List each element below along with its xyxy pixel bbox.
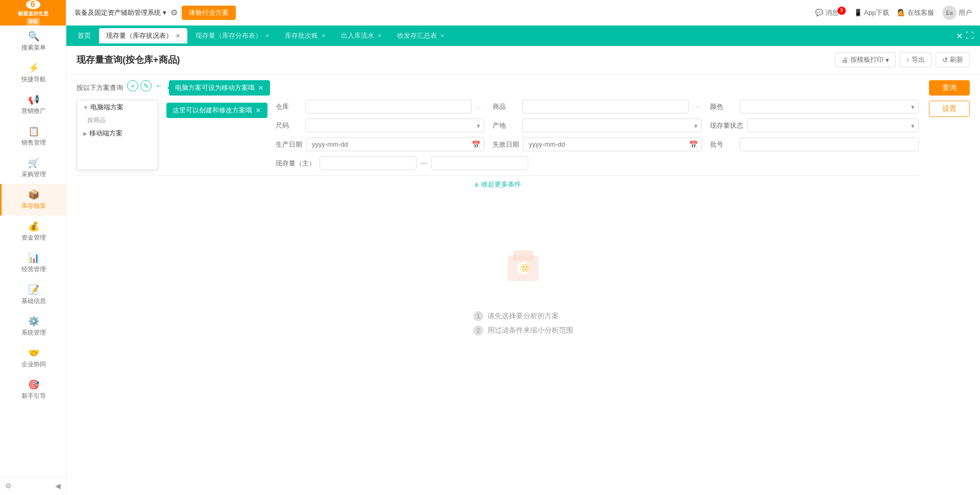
edit-schema-button[interactable]: ✎ xyxy=(140,80,152,91)
empty-step-2: 用过滤条件来缩小分析范围 xyxy=(473,325,573,336)
tab-close-inventory-status[interactable]: ✕ xyxy=(176,33,180,39)
sidebar-logo: 6 畅通道好生意 标版 xyxy=(0,0,66,26)
reset-button[interactable]: 设置 xyxy=(929,101,970,117)
tab-receive-summary[interactable]: 收发存汇总表 ✕ xyxy=(390,28,452,43)
expiry-date-calendar-icon[interactable]: 📅 xyxy=(689,140,698,149)
tab-close-all-icon[interactable]: ✕ xyxy=(956,31,963,41)
goods-input[interactable] xyxy=(522,100,689,113)
sidebar-item-basic[interactable]: 📝 基础信息 xyxy=(0,279,66,311)
color-label: 颜色 xyxy=(710,102,736,111)
tooltip-create-scheme: 这里可以创建和修改方案哦 ✕ xyxy=(166,103,267,118)
sidebar-item-finance[interactable]: 💰 资金管理 xyxy=(0,216,66,247)
caret-down-icon: ▼ xyxy=(83,105,88,110)
scheme-sub-label: 按商品 xyxy=(77,114,158,126)
search-panel: 查询 设置 xyxy=(929,80,970,117)
tab-close-inventory-dist[interactable]: ✕ xyxy=(265,33,270,39)
message-item[interactable]: 💬 消息 9 xyxy=(815,8,846,17)
sidebar-item-search[interactable]: 🔍 搜索菜单 xyxy=(0,26,66,57)
expiry-date-input[interactable] xyxy=(523,137,701,151)
header-settings-icon[interactable]: ⚙ xyxy=(170,8,178,17)
color-field: 颜色 xyxy=(710,100,919,113)
sidebar-item-operations[interactable]: 📊 经营管理 xyxy=(0,247,66,279)
color-select[interactable] xyxy=(740,100,919,113)
scheme-mobile-item[interactable]: ▶ 移动端方案 xyxy=(77,126,158,140)
expiry-date-label: 失效日期 xyxy=(493,140,519,149)
sidebar-item-quick-nav[interactable]: ⚡ 快捷导航 xyxy=(0,57,66,89)
top-header: 装备及固定资产辅助管理系统 ▾ ⚙ 体验行业方案 💬 消息 9 📱 App下载 … xyxy=(66,0,980,26)
stock-main-max[interactable] xyxy=(431,156,528,170)
tab-close-in-out-flow[interactable]: ✕ xyxy=(377,33,382,39)
sidebar-item-marketing[interactable]: 📢 营销推广 xyxy=(0,89,66,121)
tab-close-batch-ledger[interactable]: ✕ xyxy=(321,33,326,39)
collapse-sidebar-icon[interactable]: ◀ xyxy=(55,482,61,490)
guide-icon: 🎯 xyxy=(28,379,39,390)
empty-illustration: 😕 xyxy=(498,240,549,301)
sidebar-footer: ⚙ ◀ xyxy=(0,476,66,495)
production-date-input[interactable] xyxy=(306,137,484,151)
batch-no-field: 批号 xyxy=(710,137,919,151)
quick-nav-icon: ⚡ xyxy=(28,62,39,74)
sidebar-item-guide[interactable]: 🎯 新手引导 xyxy=(0,374,66,406)
warehouse-input[interactable] xyxy=(305,100,472,113)
sidebar-item-inventory[interactable]: 📦 库存核算 xyxy=(0,184,66,216)
tab-close-receive-summary[interactable]: ✕ xyxy=(440,33,445,39)
origin-select[interactable] xyxy=(522,119,701,132)
online-service-item[interactable]: 💁 在线客服 xyxy=(897,8,934,17)
tab-home[interactable]: 首页 xyxy=(70,28,98,43)
stock-status-select[interactable] xyxy=(747,119,919,132)
sidebar-nav: 🔍 搜索菜单 ⚡ 快捷导航 📢 营销推广 📋 销售管理 🛒 采购管理 📦 库存核… xyxy=(0,26,66,476)
user-item[interactable]: Ea 用户 xyxy=(942,6,972,20)
tab-inventory-dist[interactable]: 现存量（库存分布表） ✕ xyxy=(188,28,277,43)
goods-field: 商品 ··· xyxy=(493,100,701,113)
tooltip1-close[interactable]: ✕ xyxy=(258,84,264,92)
search-icon: 🔍 xyxy=(28,31,39,42)
logo-tag: 标版 xyxy=(27,18,40,26)
goods-dots[interactable]: ··· xyxy=(693,103,702,111)
page-actions: 🖨 按模板打印 ▾ ↑ 导出 ↺ 刷新 xyxy=(835,52,970,67)
tab-inventory-status[interactable]: 现存量（库存状况表） ✕ xyxy=(99,28,187,43)
sidebar-item-enterprise[interactable]: 🤝 企业协同 xyxy=(0,342,66,374)
collapse-up-icon: ∧ xyxy=(474,181,479,188)
size-label: 尺码 xyxy=(276,121,301,130)
size-select[interactable] xyxy=(305,119,484,132)
tab-bar: 首页 现存量（库存状况表） ✕ 现存量（库存分布表） ✕ 库存批次账 ✕ 出入库… xyxy=(66,26,980,46)
tab-in-out-flow[interactable]: 出入库流水 ✕ xyxy=(334,28,389,43)
caret-right-icon: ▶ xyxy=(83,131,87,136)
refresh-icon: ↺ xyxy=(942,56,948,64)
schema-btn-group: + ✎ ← xyxy=(127,80,165,91)
settings-footer-icon[interactable]: ⚙ xyxy=(5,482,12,490)
tab-batch-ledger[interactable]: 库存批次账 ✕ xyxy=(278,28,333,43)
batch-no-input[interactable] xyxy=(740,137,919,151)
export-button[interactable]: ↑ 导出 xyxy=(900,52,932,67)
experience-button[interactable]: 体验行业方案 xyxy=(182,6,236,20)
stock-main-min[interactable] xyxy=(320,156,416,170)
header-left: 装备及固定资产辅助管理系统 ▾ ⚙ 体验行业方案 xyxy=(75,6,236,20)
sales-icon: 📋 xyxy=(28,126,39,137)
production-date-calendar-icon[interactable]: 📅 xyxy=(472,140,480,149)
origin-label: 产地 xyxy=(493,121,518,130)
refresh-button[interactable]: ↺ 刷新 xyxy=(936,52,970,67)
arrow-schema-button[interactable]: ← xyxy=(154,80,165,91)
goods-label: 商品 xyxy=(493,102,518,111)
message-badge: 9 xyxy=(838,7,846,15)
sidebar-item-sales[interactable]: 📋 销售管理 xyxy=(0,121,66,152)
filter-row-1: 仓库 ··· 商品 ··· 颜色 xyxy=(276,100,919,113)
system-select[interactable]: 装备及固定资产辅助管理系统 ▾ xyxy=(75,8,166,17)
search-button[interactable]: 查询 xyxy=(929,80,970,96)
sidebar-item-purchase[interactable]: 🛒 采购管理 xyxy=(0,152,66,184)
tooltip2-close[interactable]: ✕ xyxy=(255,106,261,114)
warehouse-dots[interactable]: ··· xyxy=(476,103,485,111)
stock-status-label: 现存量状态 xyxy=(710,121,743,130)
collapse-bar[interactable]: ∧ 收起更多条件 xyxy=(77,175,919,193)
scheme-pc-item[interactable]: ▼ 电脑端方案 xyxy=(77,100,158,114)
print-template-button[interactable]: 🖨 按模板打印 ▾ xyxy=(835,52,896,67)
finance-icon: 💰 xyxy=(28,221,39,232)
logo-text: 畅通道好生意 xyxy=(18,10,48,17)
filter-fields: 仓库 ··· 商品 ··· 颜色 xyxy=(276,100,919,170)
system-select-chevron: ▾ xyxy=(163,9,166,16)
filter-area: 查询 设置 按以下方案查询 + ✎ ← 电脑方案可设为移动方案哦 ✕ xyxy=(66,74,980,199)
app-download-item[interactable]: 📱 App下载 xyxy=(854,8,889,17)
sidebar-item-system[interactable]: ⚙️ 系统管理 xyxy=(0,311,66,342)
tab-expand-icon[interactable]: ⛶ xyxy=(966,31,974,41)
add-schema-button[interactable]: + xyxy=(127,80,138,91)
